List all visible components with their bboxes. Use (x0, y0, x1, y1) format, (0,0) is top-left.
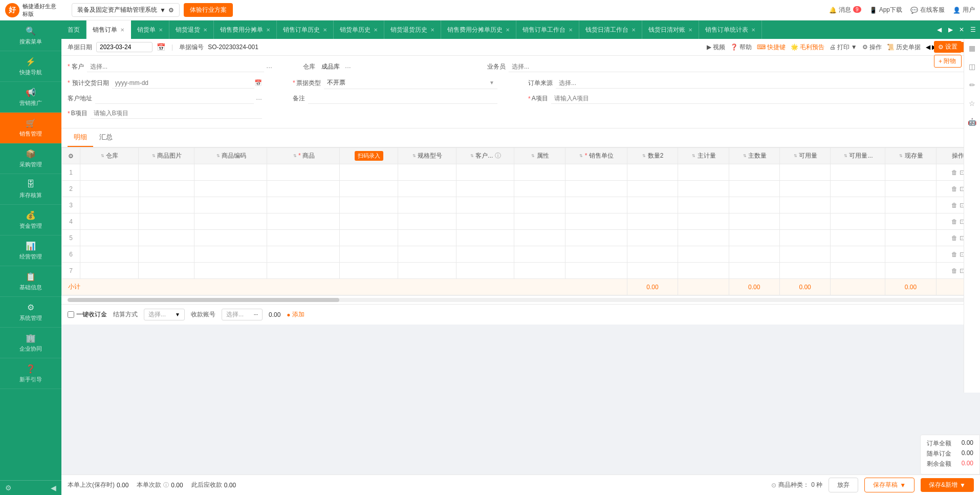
date-icon[interactable]: 📅 (254, 79, 262, 87)
system-selector[interactable]: 装备及固定资产辅助管理系统 ▼ ⚙ (72, 3, 180, 17)
print-btn[interactable]: 🖨 打印 ▼ (830, 43, 857, 52)
tab-order-history[interactable]: 销售订单历史 ✕ (277, 20, 334, 39)
customer-input[interactable] (87, 61, 264, 72)
industry-btn[interactable]: 体验行业方案 (184, 3, 233, 17)
tab-close-sales-order[interactable]: ✕ (120, 27, 124, 33)
tab-cash-reconcile[interactable]: 钱货日清对账 ✕ (642, 20, 699, 39)
sidebar-item-purchase[interactable]: 📦 采购管理 (0, 143, 61, 174)
detail-tabs: 明细 汇总 (61, 128, 980, 147)
col-gear[interactable]: ⚙ (62, 148, 80, 164)
tab-close-invoice[interactable]: ✕ (159, 27, 163, 33)
right-robot-icon[interactable]: 🤖 (966, 116, 978, 128)
tab-close-fee[interactable]: ✕ (266, 27, 270, 33)
order-source-input[interactable] (556, 78, 974, 89)
collapse-icon[interactable]: ◀ (51, 484, 56, 492)
tab-fee[interactable]: 销售费用分摊单 ✕ (214, 20, 277, 39)
tab-invoice-history[interactable]: 销货单历史 ✕ (334, 20, 384, 39)
project-a-input[interactable] (551, 93, 974, 104)
tab-close-return[interactable]: ✕ (203, 27, 207, 33)
row-delete-icon[interactable]: 🗑 (951, 218, 957, 225)
add-payment-btn[interactable]: ● 添加 (287, 310, 304, 319)
date-input[interactable] (96, 42, 153, 52)
online-service-btn[interactable]: 💬 在线客服 (910, 6, 945, 14)
sidebar-item-operation[interactable]: 📊 经营管理 (0, 235, 61, 266)
tab-detail[interactable]: 明细 (68, 128, 93, 147)
row-delete-icon[interactable]: 🗑 (951, 251, 957, 258)
scrollbar-thumb[interactable] (68, 298, 339, 302)
tab-home[interactable]: 首页 (61, 20, 86, 39)
tab-close-invoice-history[interactable]: ✕ (374, 27, 378, 33)
row-delete-icon[interactable]: 🗑 (951, 169, 957, 176)
ops-btn[interactable]: ⚙ 操作 (862, 43, 882, 52)
address-more-icon[interactable]: ··· (256, 95, 262, 103)
notice-btn[interactable]: 🔔 消息 9 (829, 6, 861, 14)
calendar-icon[interactable]: 📅 (157, 43, 165, 51)
tab-close-cash-reconcile[interactable]: ✕ (688, 27, 692, 33)
sidebar-bottom: ⚙ ◀ (0, 480, 61, 495)
row-delete-icon[interactable]: 🗑 (951, 234, 957, 242)
draft-btn[interactable]: 保存草稿 ▼ (864, 478, 914, 492)
nav-close-all[interactable]: ✕ (956, 25, 967, 35)
save-new-btn[interactable]: 保存&新增 ▼ (921, 478, 974, 492)
app-download-btn[interactable]: 📱 App下载 (869, 6, 902, 14)
attach-btn[interactable]: + 附物 (934, 55, 962, 68)
history-btn[interactable]: 📜 历史单据 (887, 43, 921, 52)
sidebar-item-enterprise[interactable]: 🏢 企业协同 (0, 328, 61, 358)
sidebar-item-system[interactable]: ⚙ 系统管理 (0, 297, 61, 328)
invoice-type-select[interactable]: 不开票 ▼ (324, 77, 497, 89)
tab-return-history[interactable]: 销货退货历史 ✕ (384, 20, 441, 39)
nav-prev[interactable]: ◀ (934, 25, 944, 35)
profit-btn[interactable]: 🌟 毛利预告 (791, 43, 824, 52)
nav-next[interactable]: ▶ (945, 25, 955, 35)
view-btn[interactable]: ▶ 视频 (707, 43, 725, 52)
tab-summary[interactable]: 汇总 (93, 128, 119, 147)
salesperson-input[interactable] (509, 61, 974, 72)
tab-workbench[interactable]: 销售订单工作台 ✕ (516, 20, 579, 39)
sidebar-item-finance[interactable]: 💰 资金管理 (0, 205, 61, 235)
tab-close-return-history[interactable]: ✕ (430, 27, 434, 33)
delivery-date-input[interactable] (112, 78, 254, 89)
help-btn[interactable]: ❓ 帮助 (730, 43, 752, 52)
address-input[interactable] (95, 93, 254, 104)
right-star-icon[interactable]: ☆ (966, 97, 978, 110)
row-delete-icon[interactable]: 🗑 (951, 202, 957, 209)
right-layout-icon[interactable]: ◫ (966, 60, 978, 73)
receipt-account-select[interactable]: 选择... ··· (222, 309, 263, 320)
tab-sales-order[interactable]: 销售订单 ✕ (86, 20, 131, 39)
tab-invoice[interactable]: 销货单 ✕ (131, 20, 169, 39)
last-saved-stat: 本单上次(保存时) 0.00 (68, 481, 128, 489)
user-menu[interactable]: 👤 用户 (953, 6, 975, 14)
sidebar-item-marketing[interactable]: 📢 营销推广 (0, 82, 61, 113)
tab-return[interactable]: 销货退货 ✕ (169, 20, 214, 39)
shortcut-btn[interactable]: ⌨ 快捷键 (757, 43, 786, 52)
tab-close-cash-daily[interactable]: ✕ (631, 27, 636, 33)
sidebar-item-basic[interactable]: 📋 基础信息 (0, 266, 61, 297)
discard-btn[interactable]: 放弃 (829, 478, 858, 492)
tab-close-workbench[interactable]: ✕ (569, 27, 573, 33)
tab-close-order-history[interactable]: ✕ (323, 27, 327, 33)
sidebar-item-quick[interactable]: ⚡ 快捷导航 (0, 51, 61, 82)
row-delete-icon[interactable]: 🗑 (951, 185, 957, 192)
nav-menu[interactable]: ☰ (968, 25, 978, 35)
payment-method-select[interactable]: 选择... ▼ (144, 309, 185, 320)
tab-cash-daily[interactable]: 钱货日清工作台 ✕ (579, 20, 642, 39)
settings-icon[interactable]: ⚙ (5, 484, 12, 492)
tab-close-fee-history[interactable]: ✕ (506, 27, 510, 33)
sidebar-item-sales[interactable]: 🛒 销售管理 (0, 113, 61, 143)
warehouse-more-icon[interactable]: ··· (345, 63, 351, 71)
customer-more-icon[interactable]: ··· (266, 63, 272, 71)
one-click-check[interactable] (68, 311, 74, 318)
sidebar-item-inventory[interactable]: 🗄 库存核算 (0, 174, 61, 205)
project-b-input[interactable] (91, 108, 262, 119)
tab-fee-history[interactable]: 销售费用分摊单历史 ✕ (441, 20, 516, 39)
right-grid-icon[interactable]: ▦ (966, 42, 978, 54)
note-input[interactable] (308, 93, 497, 104)
settings-form-btn[interactable]: ⚙ 设置 (934, 41, 962, 53)
scan-btn[interactable]: 扫码录入 (355, 151, 383, 161)
sidebar-item-search[interactable]: 🔍 搜索菜单 (0, 20, 61, 51)
tab-close-statistics[interactable]: ✕ (751, 27, 755, 33)
right-edit-icon[interactable]: ✏ (966, 79, 978, 91)
row-delete-icon[interactable]: 🗑 (951, 267, 957, 274)
sidebar-item-guide[interactable]: ❓ 新手引导 (0, 358, 61, 389)
tab-statistics[interactable]: 销售订单统计表 ✕ (699, 20, 762, 39)
